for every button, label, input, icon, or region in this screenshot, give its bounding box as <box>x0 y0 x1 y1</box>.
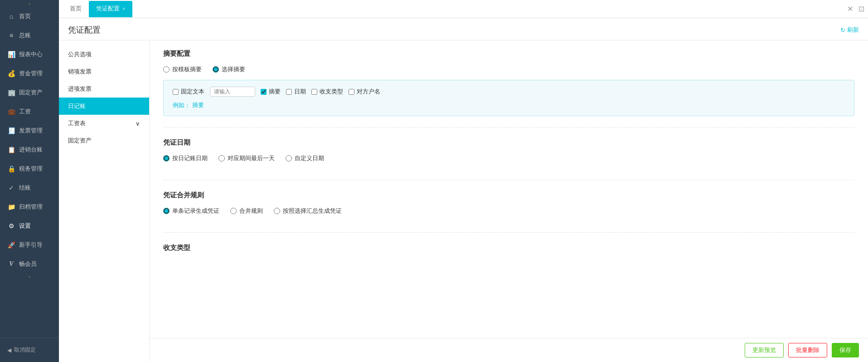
radio-custom-date[interactable]: 自定义日期 <box>286 154 324 162</box>
sidebar-item-archive[interactable]: 📁 归档管理 <box>0 197 59 216</box>
page-header: 凭证配置 ↻ 刷新 <box>59 18 868 40</box>
tab-close-icon[interactable]: × <box>122 6 125 11</box>
pin-icon: ◀ <box>7 347 11 353</box>
purchase-sales-icon: 📋 <box>7 146 15 153</box>
update-preview-button[interactable]: 更新预览 <box>745 343 784 357</box>
nav-payroll-table[interactable]: 工资表 ∨ <box>59 115 149 132</box>
nav-sales-invoice[interactable]: 销项发票 <box>59 63 149 80</box>
radio-summary-generate[interactable]: 按照选择汇总生成凭证 <box>274 207 342 215</box>
income-type-section: 收支类型 <box>163 244 854 270</box>
radio-single-record[interactable]: 单条记录生成凭证 <box>163 207 219 215</box>
merge-rule-radio-group: 单条记录生成凭证 合并规则 按照选择汇总生成凭证 <box>163 207 854 215</box>
sidebar-item-closing[interactable]: ✓ 结账 <box>0 178 59 197</box>
radio-merge-rule[interactable]: 合并规则 <box>230 207 263 215</box>
tab-voucher-config[interactable]: 凭证配置 × <box>89 1 132 17</box>
sidebar-item-ledger[interactable]: ≡ 总账 <box>0 26 59 45</box>
checkbox-income-type[interactable]: 收支类型 <box>311 88 343 96</box>
member-icon: V <box>7 260 15 268</box>
checkbox-date[interactable]: 日期 <box>286 88 306 96</box>
sidebar-item-fixed-assets[interactable]: 🏢 固定资产 <box>0 83 59 102</box>
example-text: 例如： 摘要 <box>173 101 845 109</box>
fixed-assets-icon: 🏢 <box>7 89 15 96</box>
checkbox-abstract[interactable]: 摘要 <box>261 88 281 96</box>
window-close-icon[interactable]: ✕ <box>847 5 853 13</box>
checkbox-fixed-text[interactable]: 固定文本 <box>173 88 204 96</box>
window-restore-icon[interactable]: ⊡ <box>858 5 864 13</box>
refresh-button[interactable]: ↻ 刷新 <box>840 26 859 34</box>
nav-public[interactable]: 公共选项 <box>59 46 149 63</box>
guide-icon: 🚀 <box>7 241 15 249</box>
sidebar-item-purchase-sales[interactable]: 📋 进销台账 <box>0 140 59 159</box>
sidebar-item-fund[interactable]: 💰 资金管理 <box>0 64 59 83</box>
radio-select-summary[interactable]: 选择摘要 <box>213 65 245 73</box>
page-title: 凭证配置 <box>68 24 101 35</box>
voucher-date-section: 凭证日期 按日记账日期 对应期间最后一天 自定义日期 <box>163 138 854 180</box>
radio-journal-date[interactable]: 按日记账日期 <box>163 154 208 162</box>
payroll-icon: 💼 <box>7 108 15 115</box>
sidebar-item-tax[interactable]: 🔒 税务管理 <box>0 159 59 178</box>
sidebar-item-payroll[interactable]: 💼 工资 <box>0 102 59 121</box>
sidebar-item-settings[interactable]: ⚙ 设置 <box>0 216 59 235</box>
right-content: 摘要配置 按模板摘要 选择摘要 <box>150 40 868 338</box>
content-layout: 公共选项 销项发票 进项发票 日记账 工资表 ∨ 固定资产 <box>59 40 868 362</box>
sidebar-scroll-up[interactable]: ▲ <box>0 0 59 7</box>
radio-last-day[interactable]: 对应期间最后一天 <box>218 154 275 162</box>
checkbox-counterpart[interactable]: 对方户名 <box>349 88 380 96</box>
main-area: 首页 凭证配置 × ✕ ⊡ 凭证配置 ↻ 刷新 公共选项 销项发票 进 <box>59 0 868 362</box>
fund-icon: 💰 <box>7 70 15 77</box>
bottom-bar: 更新预览 批量删除 保存 <box>150 338 868 362</box>
fixed-text-input[interactable] <box>210 87 255 97</box>
radio-template-summary[interactable]: 按模板摘要 <box>163 65 202 73</box>
tab-bar: 首页 凭证配置 × ✕ ⊡ <box>59 0 868 18</box>
sidebar-item-guide[interactable]: 🚀 新手引导 <box>0 235 59 254</box>
summary-title: 摘要配置 <box>163 49 854 58</box>
income-type-title: 收支类型 <box>163 244 854 252</box>
closing-icon: ✓ <box>7 184 15 191</box>
sidebar-bottom: ◀ 取消固定 <box>0 338 59 362</box>
ledger-icon: ≡ <box>7 32 15 39</box>
summary-checkbox-row: 固定文本 摘要 日期 <box>173 87 845 97</box>
summary-config-box: 固定文本 摘要 日期 <box>163 80 854 116</box>
sidebar-item-home[interactable]: ⌂ 首页 <box>0 7 59 26</box>
sidebar-item-invoice-mgmt[interactable]: 🧾 发票管理 <box>0 121 59 140</box>
tab-bar-controls: ✕ ⊡ <box>847 5 864 13</box>
sidebar-item-report[interactable]: 📊 报表中心 <box>0 45 59 64</box>
sidebar-toggle[interactable]: ◀ 取消固定 <box>0 342 59 358</box>
batch-delete-button[interactable]: 批量删除 <box>788 343 827 357</box>
voucher-date-radio-group: 按日记账日期 对应期间最后一天 自定义日期 <box>163 154 854 162</box>
nav-purchase-invoice[interactable]: 进项发票 <box>59 80 149 98</box>
sidebar-scroll-down[interactable]: ▼ <box>0 274 59 280</box>
invoice-mgmt-icon: 🧾 <box>7 127 15 134</box>
summary-section: 摘要配置 按模板摘要 选择摘要 <box>163 49 854 127</box>
merge-rule-title: 凭证合并规则 <box>163 191 854 200</box>
voucher-date-title: 凭证日期 <box>163 138 854 147</box>
refresh-icon: ↻ <box>840 27 845 34</box>
report-icon: 📊 <box>7 51 15 58</box>
nav-fixed-assets[interactable]: 固定资产 <box>59 132 149 149</box>
chevron-down-icon: ∨ <box>136 120 140 127</box>
nav-journal[interactable]: 日记账 <box>59 98 149 115</box>
tax-icon: 🔒 <box>7 165 15 172</box>
save-button[interactable]: 保存 <box>832 343 859 357</box>
sidebar: ▲ ⌂ 首页 ≡ 总账 📊 报表中心 💰 资金管理 🏢 固定资产 💼 工资 🧾 … <box>0 0 59 362</box>
merge-rule-section: 凭证合并规则 单条记录生成凭证 合并规则 按照选择汇总生成凭证 <box>163 191 854 233</box>
tab-home[interactable]: 首页 <box>63 1 89 17</box>
sidebar-item-member[interactable]: V 畅会员 <box>0 254 59 274</box>
archive-icon: 📁 <box>7 203 15 210</box>
settings-icon: ⚙ <box>7 222 15 230</box>
home-icon: ⌂ <box>7 13 15 20</box>
left-nav: 公共选项 销项发票 进项发票 日记账 工资表 ∨ 固定资产 <box>59 40 150 362</box>
summary-radio-group: 按模板摘要 选择摘要 <box>163 65 854 73</box>
